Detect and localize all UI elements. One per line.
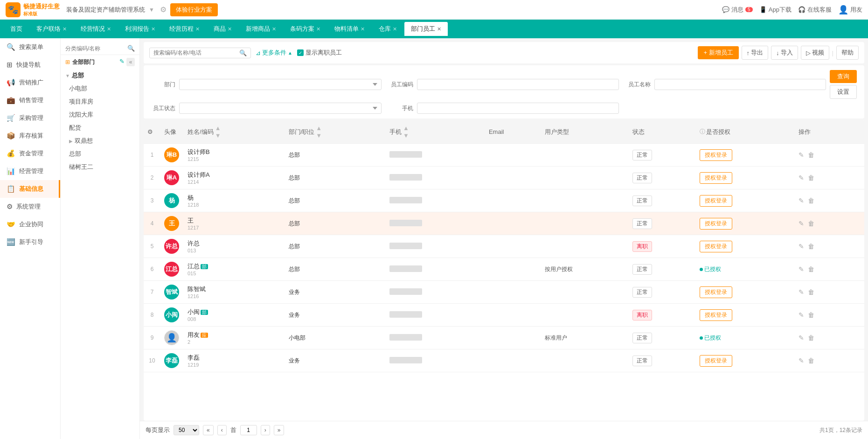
auth-login-btn[interactable]: 授权登录: [700, 218, 732, 230]
sidebar-item-quick-nav[interactable]: ⊞ 快捷导航: [0, 56, 60, 74]
close-bom-icon[interactable]: ✕: [361, 26, 365, 32]
dept-all-header[interactable]: ⊞ 全部部门 ✎ «: [61, 55, 139, 69]
dept-node-zb2[interactable]: 总部: [61, 147, 139, 160]
close-customer-icon[interactable]: ✕: [62, 26, 67, 32]
edit-icon[interactable]: ✎: [799, 151, 804, 159]
dept-node-puerwang[interactable]: 槠树王二: [61, 160, 139, 174]
first-page-btn[interactable]: «: [203, 425, 214, 435]
dept-node-zongbu[interactable]: ▼ 总部: [61, 69, 139, 82]
system-dropdown-icon[interactable]: ▼: [149, 7, 154, 13]
sidebar-item-cooperation[interactable]: 🤝 企业协同: [0, 216, 60, 233]
close-dept-emp-icon[interactable]: ✕: [437, 26, 441, 32]
trial-btn[interactable]: 体验行业方案: [170, 3, 218, 16]
settings-gear-icon[interactable]: ⚙: [160, 5, 167, 14]
emp-name-input[interactable]: [654, 79, 826, 90]
auth-login-btn[interactable]: 授权登录: [700, 355, 732, 367]
col-phone[interactable]: 手机 ▲▼: [386, 120, 485, 144]
view-btn[interactable]: ▷ 视频: [801, 46, 829, 60]
edit-icon[interactable]: ✎: [799, 243, 804, 250]
app-download-btn[interactable]: 📱 App下载: [759, 6, 792, 14]
add-emp-btn[interactable]: + 新增员工: [698, 46, 738, 59]
delete-icon[interactable]: 🗑: [808, 197, 814, 204]
tab-dept-emp[interactable]: 部门员工 ✕: [404, 22, 448, 36]
dept-node-projroom[interactable]: 项目库房: [61, 95, 139, 108]
edit-icon[interactable]: ✎: [799, 265, 804, 273]
delete-icon[interactable]: 🗑: [808, 174, 814, 181]
auth-login-btn[interactable]: 授权登录: [700, 286, 732, 298]
dept-sort-icon[interactable]: ▲▼: [316, 125, 322, 139]
sidebar-item-basic-info[interactable]: 📋 基础信息: [0, 180, 60, 198]
sidebar-item-operation[interactable]: 📊 经营管理: [0, 162, 60, 180]
sidebar-item-finance[interactable]: 💰 资金管理: [0, 145, 60, 162]
sidebar-item-sales[interactable]: 💼 销售管理: [0, 91, 60, 109]
col-settings[interactable]: ⚙: [144, 120, 160, 144]
delete-icon[interactable]: 🗑: [808, 243, 814, 250]
tab-bom[interactable]: 物料清单 ✕: [328, 22, 371, 36]
edit-icon[interactable]: ✎: [799, 288, 804, 296]
sidebar-item-guide[interactable]: 🆕 新手引导: [0, 233, 60, 251]
tab-customer[interactable]: 客户联络 ✕: [30, 22, 73, 36]
emp-status-filter-select[interactable]: [179, 103, 382, 114]
auth-login-btn[interactable]: 授权登录: [700, 149, 732, 161]
delete-icon[interactable]: 🗑: [808, 334, 814, 341]
tab-warehouse[interactable]: 仓库 ✕: [372, 22, 403, 36]
tab-goods[interactable]: 商品 ✕: [207, 22, 238, 36]
sidebar-item-marketing[interactable]: 📢 营销推广: [0, 74, 60, 91]
page-input[interactable]: [240, 425, 257, 435]
edit-icon[interactable]: ✎: [799, 220, 804, 227]
edit-icon[interactable]: ✎: [799, 197, 804, 204]
help-btn[interactable]: 帮助: [836, 46, 859, 60]
next-page-btn[interactable]: ›: [261, 425, 270, 435]
emp-search-icon[interactable]: 🔍: [239, 49, 247, 56]
col-name-code[interactable]: 姓名/编码 ▲▼: [184, 120, 285, 144]
phone-input[interactable]: [417, 103, 619, 114]
sidebar-item-system[interactable]: ⚙ 系统管理: [0, 198, 60, 216]
delete-icon[interactable]: 🗑: [808, 288, 814, 296]
user-btn[interactable]: 👤 用友: [838, 5, 862, 15]
more-cond-btn[interactable]: ⊿ 更多条件 ▲: [256, 49, 292, 57]
set-btn[interactable]: 设置: [830, 85, 857, 99]
edit-icon[interactable]: ✎: [799, 174, 804, 181]
tab-history[interactable]: 经营历程 ✕: [163, 22, 206, 36]
close-barcode-icon[interactable]: ✕: [316, 26, 320, 32]
close-operation-icon[interactable]: ✕: [107, 26, 111, 32]
message-btn[interactable]: 💬 消息 5: [722, 6, 753, 14]
close-add-goods-icon[interactable]: ✕: [272, 26, 276, 32]
delete-icon[interactable]: 🗑: [808, 220, 814, 227]
dept-node-xiaodian[interactable]: 小电部: [61, 82, 139, 95]
auth-login-btn[interactable]: 授权登录: [700, 172, 732, 184]
edit-icon[interactable]: ✎: [799, 311, 804, 319]
auth-login-btn[interactable]: 授权登录: [700, 195, 732, 207]
delete-icon[interactable]: 🗑: [808, 311, 814, 319]
name-sort-icon[interactable]: ▲▼: [215, 125, 221, 139]
tab-home[interactable]: 首页: [4, 22, 29, 36]
table-settings-icon[interactable]: ⚙: [147, 128, 153, 135]
dept-node-shenyang[interactable]: 沈阳大库: [61, 108, 139, 121]
dept-collapse-btn[interactable]: «: [126, 58, 135, 66]
sidebar-item-inventory[interactable]: 📦 库存核算: [0, 127, 60, 145]
online-service-btn[interactable]: 🎧 在线客服: [798, 6, 832, 14]
sidebar-item-purchase[interactable]: 🛒 采购管理: [0, 109, 60, 127]
per-page-select[interactable]: 50 100: [174, 425, 199, 435]
edit-icon[interactable]: ✎: [799, 357, 804, 364]
show-resigned-checkbox[interactable]: ✓: [297, 49, 304, 56]
dept-filter-select[interactable]: [179, 79, 382, 90]
tab-operation-status[interactable]: 经营情况 ✕: [74, 22, 118, 36]
emp-search-input[interactable]: [153, 49, 237, 56]
dept-node-peihuo[interactable]: 配货: [61, 121, 139, 134]
close-goods-icon[interactable]: ✕: [228, 26, 232, 32]
dept-node-shuangding[interactable]: ▶ 双鼎想: [61, 134, 139, 147]
emp-code-input[interactable]: [417, 79, 619, 90]
close-warehouse-icon[interactable]: ✕: [393, 26, 397, 32]
delete-icon[interactable]: 🗑: [808, 265, 814, 273]
dept-search-input[interactable]: [65, 45, 125, 52]
import-btn[interactable]: ↓ 导入: [771, 46, 798, 60]
last-page-btn[interactable]: »: [274, 425, 285, 435]
phone-sort-icon[interactable]: ▲▼: [403, 125, 409, 139]
export-btn[interactable]: ↑ 导出: [742, 46, 769, 60]
close-profit-icon[interactable]: ✕: [151, 26, 155, 32]
tab-barcode[interactable]: 条码方案 ✕: [284, 22, 327, 36]
query-btn[interactable]: 查询: [830, 70, 857, 83]
delete-icon[interactable]: 🗑: [808, 151, 814, 159]
prev-page-btn[interactable]: ‹: [217, 425, 227, 435]
